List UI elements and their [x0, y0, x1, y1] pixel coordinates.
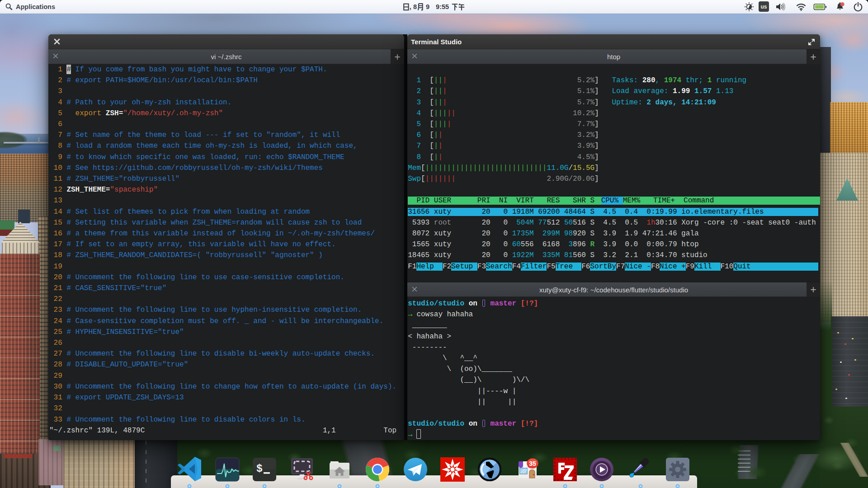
svg-text:35: 35	[529, 460, 536, 467]
svg-text:$: $	[256, 463, 263, 475]
